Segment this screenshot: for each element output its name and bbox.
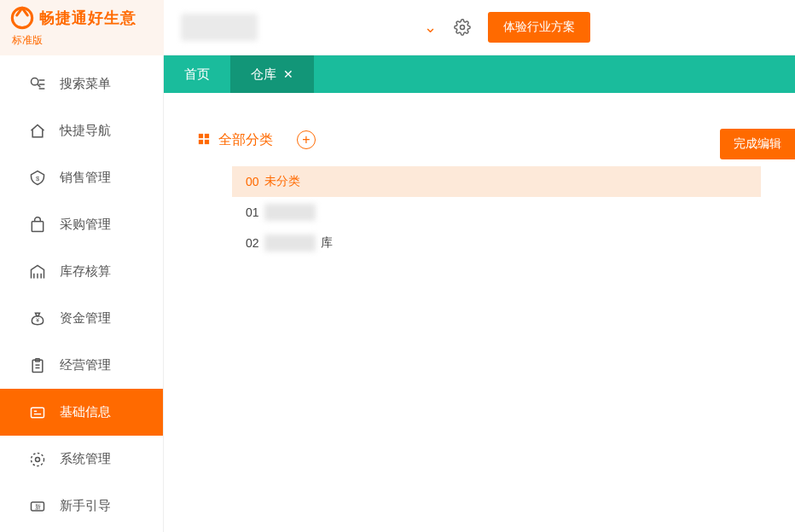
tab-home[interactable]: 首页	[164, 55, 230, 93]
category-code: 02	[246, 236, 259, 250]
sidebar-item-label: 经营管理	[60, 357, 111, 373]
sidebar-item-label: 系统管理	[60, 451, 111, 467]
sidebar-item-label: 库存核算	[60, 263, 111, 280]
category-name-obscured	[264, 234, 316, 252]
category-item[interactable]: 01	[232, 197, 761, 228]
sidebar-item-operations[interactable]: 经营管理	[0, 342, 163, 389]
sidebar-item-label: 快捷导航	[60, 123, 111, 139]
org-selector[interactable]: ⌄	[181, 14, 437, 41]
tab-warehouse[interactable]: 仓库 ✕	[230, 55, 314, 93]
money-bag-icon: ¥	[29, 310, 46, 327]
tab-label: 首页	[184, 66, 210, 83]
sidebar-item-label: 采购管理	[60, 217, 111, 233]
category-code: 01	[246, 205, 259, 219]
brand-subtitle: 标准版	[12, 33, 155, 48]
sidebar-item-label: 新手引导	[60, 498, 111, 514]
sidebar-item-label: 基础信息	[60, 404, 111, 420]
content-area: 全部分类 + 完成编辑 00 未分类 01 02 库	[164, 93, 795, 532]
warehouse-icon	[29, 263, 46, 280]
tag-money-icon: $	[29, 170, 46, 187]
tabs-row: 首页 仓库 ✕	[164, 55, 795, 93]
sidebar-item-search-menu[interactable]: 搜索菜单	[0, 61, 163, 107]
card-icon	[29, 404, 46, 421]
sidebar-item-inventory[interactable]: 库存核算	[0, 248, 163, 295]
svg-rect-17	[32, 408, 44, 418]
sidebar-item-system[interactable]: 系统管理	[0, 436, 163, 483]
category-name-suffix: 库	[321, 235, 333, 251]
gear-icon	[454, 19, 471, 36]
svg-point-1	[461, 26, 465, 30]
clipboard-icon	[29, 357, 46, 374]
search-list-icon	[29, 76, 46, 93]
svg-rect-8	[32, 221, 43, 231]
grid-icon	[198, 133, 210, 147]
svg-rect-26	[199, 139, 203, 143]
svg-rect-27	[205, 139, 209, 143]
new-badge-icon: 新	[29, 498, 46, 515]
category-item[interactable]: 00 未分类	[232, 166, 761, 197]
svg-point-2	[32, 78, 38, 84]
category-name: 未分类	[264, 174, 300, 189]
sidebar-item-basicinfo[interactable]: 基础信息	[0, 389, 163, 436]
add-category-button[interactable]: +	[297, 130, 316, 149]
tab-label: 仓库	[251, 66, 276, 83]
sidebar-item-purchase[interactable]: 采购管理	[0, 201, 163, 248]
brand-title: 畅捷通好生意	[39, 8, 136, 28]
sidebar-item-finance[interactable]: ¥ 资金管理	[0, 295, 163, 342]
sidebar-item-label: 资金管理	[60, 310, 111, 327]
category-name-obscured	[264, 204, 316, 221]
category-title[interactable]: 全部分类	[218, 131, 273, 149]
svg-point-0	[12, 8, 32, 27]
top-bar: ⌄ 体验行业方案	[164, 0, 795, 55]
svg-text:新: 新	[35, 503, 41, 509]
brand-logo-icon	[10, 6, 34, 30]
sidebar-item-label: 销售管理	[60, 170, 111, 186]
sidebar-item-quicknav[interactable]: 快捷导航	[0, 107, 163, 154]
org-name-obscured	[181, 14, 258, 41]
svg-text:$: $	[36, 175, 40, 182]
svg-point-21	[36, 457, 40, 461]
svg-text:¥: ¥	[36, 317, 39, 323]
plus-icon: +	[302, 132, 310, 147]
category-header: 全部分类 +	[198, 130, 786, 149]
svg-point-20	[32, 453, 44, 466]
category-item[interactable]: 02 库	[232, 228, 761, 258]
svg-rect-25	[205, 133, 209, 137]
sidebar-item-label: 搜索菜单	[60, 76, 111, 92]
sidebar: 搜索菜单 快捷导航 $ 销售管理 采购管理 库存核算 ¥ 资金管理 经营管理	[0, 55, 164, 532]
brand-area: 畅捷通好生意 标准版	[0, 0, 164, 55]
sidebar-item-guide[interactable]: 新 新手引导	[0, 483, 163, 529]
svg-rect-24	[199, 133, 203, 137]
sidebar-item-sales[interactable]: $ 销售管理	[0, 154, 163, 201]
close-icon[interactable]: ✕	[283, 67, 293, 81]
category-code: 00	[246, 175, 259, 188]
chevron-down-icon: ⌄	[424, 18, 437, 37]
done-edit-button[interactable]: 完成编辑	[720, 129, 795, 159]
shopping-bag-icon	[29, 217, 46, 234]
home-icon	[29, 123, 46, 140]
settings-button[interactable]	[452, 17, 473, 38]
category-list: 00 未分类 01 02 库	[232, 166, 761, 258]
industry-plan-button[interactable]: 体验行业方案	[488, 12, 590, 43]
system-icon	[29, 451, 46, 468]
